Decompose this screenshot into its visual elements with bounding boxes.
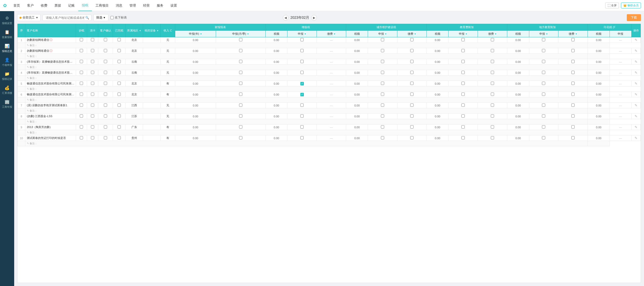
owner-confirm-checkbox[interactable]	[104, 93, 107, 96]
edu-declare-checkbox[interactable]	[461, 71, 465, 74]
edu-declare-checkbox[interactable]	[461, 49, 465, 52]
employee-filter[interactable]: 全部员工 ▼	[17, 14, 41, 21]
edu-declare-checkbox[interactable]	[461, 38, 465, 41]
declared-checkbox[interactable]	[118, 93, 121, 96]
edu-declare-checkbox[interactable]	[461, 125, 465, 129]
edu-pay-checkbox[interactable]	[491, 125, 494, 129]
nav-management[interactable]: 管理	[126, 0, 140, 11]
tax-copy-checkbox[interactable]	[80, 93, 83, 96]
local-declare-checkbox[interactable]	[542, 49, 545, 52]
edit-icon[interactable]: ✎	[635, 93, 637, 96]
edu-pay-checkbox[interactable]	[491, 71, 494, 74]
clear-card-checkbox[interactable]	[91, 136, 94, 139]
local-declare-checkbox[interactable]	[542, 103, 545, 107]
edu-declare-checkbox[interactable]	[461, 60, 465, 63]
vat-checkbox[interactable]	[300, 71, 304, 74]
remark-edit-icon[interactable]: ✎	[27, 66, 29, 68]
edit-icon[interactable]: ✎	[635, 38, 637, 42]
edit-icon[interactable]: ✎	[635, 125, 637, 129]
urban-declare-checkbox[interactable]	[381, 49, 384, 52]
urban-pay-checkbox[interactable]	[410, 136, 414, 139]
local-pay-checkbox[interactable]	[571, 103, 575, 107]
vat-checkbox[interactable]	[300, 114, 304, 118]
download-button[interactable]: 下载	[627, 14, 641, 21]
local-pay-checkbox[interactable]	[571, 93, 575, 96]
remark-edit-icon[interactable]: ✎	[27, 131, 29, 134]
owner-confirm-checkbox[interactable]	[104, 60, 107, 63]
edu-pay-checkbox[interactable]	[491, 60, 494, 63]
nav-operations[interactable]: 经营	[140, 0, 153, 11]
search-input[interactable]	[45, 15, 85, 21]
sidebar-item-tax-settings[interactable]: ⚙ 报税设置	[0, 13, 14, 27]
local-declare-checkbox[interactable]	[542, 71, 545, 74]
next-month-button[interactable]: ▶	[311, 15, 317, 21]
edu-pay-checkbox[interactable]	[491, 114, 494, 118]
urban-pay-checkbox[interactable]	[410, 60, 414, 63]
nav-clients[interactable]: 客户	[24, 0, 37, 11]
tax-copy-checkbox[interactable]	[80, 103, 83, 107]
nav-tax[interactable]: 报税	[78, 0, 92, 11]
remark-edit-icon[interactable]: ✎	[27, 87, 29, 90]
remark-edit-icon[interactable]: ✎	[27, 98, 29, 101]
vat-checkbox[interactable]	[300, 38, 304, 41]
fin-year-checkbox[interactable]	[239, 71, 242, 74]
local-pay-checkbox[interactable]	[571, 136, 575, 139]
vat-checkbox[interactable]	[300, 103, 304, 107]
declared-checkbox[interactable]	[118, 71, 121, 74]
clear-card-checkbox[interactable]	[91, 103, 94, 107]
nav-service[interactable]: 服务	[153, 0, 167, 11]
owner-confirm-checkbox[interactable]	[104, 38, 107, 41]
urban-declare-checkbox[interactable]	[381, 71, 384, 74]
local-pay-checkbox[interactable]	[571, 60, 575, 63]
prev-month-button[interactable]: ◀	[283, 15, 288, 21]
urban-declare-checkbox[interactable]	[381, 125, 384, 129]
owner-confirm-checkbox[interactable]	[104, 125, 107, 129]
fin-year-checkbox[interactable]	[239, 93, 242, 96]
clear-card-checkbox[interactable]	[91, 49, 94, 52]
local-declare-checkbox[interactable]	[542, 114, 545, 118]
sidebar-item-batch-tax[interactable]: 📋 批量报税	[0, 27, 14, 41]
edu-declare-checkbox[interactable]	[461, 82, 465, 85]
fin-year-checkbox[interactable]	[239, 103, 242, 107]
nav-home[interactable]: 首页	[10, 0, 24, 11]
tax-copy-checkbox[interactable]	[80, 125, 83, 129]
remark-edit-icon[interactable]: ✎	[27, 44, 29, 47]
urban-pay-checkbox[interactable]	[410, 82, 414, 85]
local-pay-checkbox[interactable]	[571, 82, 575, 85]
local-pay-checkbox[interactable]	[571, 114, 575, 118]
nav-settings[interactable]: 设置	[167, 0, 181, 11]
local-declare-checkbox[interactable]	[542, 93, 545, 96]
owner-confirm-checkbox[interactable]	[104, 82, 107, 85]
declared-checkbox[interactable]	[118, 114, 121, 118]
declared-checkbox[interactable]	[118, 82, 121, 85]
edu-declare-checkbox[interactable]	[461, 114, 465, 118]
local-pay-checkbox[interactable]	[571, 125, 575, 129]
local-pay-checkbox[interactable]	[571, 71, 575, 74]
sidebar-item-personal-tax[interactable]: 👤 个税申报	[0, 55, 14, 69]
edit-icon[interactable]: ✎	[635, 136, 637, 140]
named-list-checkbox[interactable]	[110, 16, 114, 19]
tax-copy-checkbox[interactable]	[80, 60, 83, 63]
edit-icon[interactable]: ✎	[635, 103, 637, 107]
tax-copy-checkbox[interactable]	[80, 49, 83, 52]
clear-card-checkbox[interactable]	[91, 93, 94, 96]
edit-icon[interactable]: ✎	[635, 49, 637, 53]
sidebar-item-tax-records[interactable]: 📁 报税记录	[0, 69, 14, 83]
vat-checkbox[interactable]	[300, 49, 304, 52]
declared-checkbox[interactable]	[118, 103, 121, 107]
urban-pay-checkbox[interactable]	[410, 49, 414, 52]
owner-confirm-checkbox[interactable]	[104, 71, 107, 74]
local-declare-checkbox[interactable]	[542, 125, 545, 129]
edit-icon[interactable]: ✎	[635, 114, 637, 118]
remark-edit-icon[interactable]: ✎	[27, 55, 29, 58]
nav-bookkeeping[interactable]: 记账	[65, 0, 78, 11]
named-list-button[interactable]: 名下标表	[110, 15, 127, 20]
declared-checkbox[interactable]	[118, 125, 121, 129]
edu-declare-checkbox[interactable]	[461, 93, 465, 96]
urban-declare-checkbox[interactable]	[381, 93, 384, 96]
local-declare-checkbox[interactable]	[542, 38, 545, 41]
tax-copy-checkbox[interactable]	[80, 114, 83, 118]
urban-declare-checkbox[interactable]	[381, 82, 384, 85]
fin-year-checkbox[interactable]	[239, 82, 242, 85]
declared-checkbox[interactable]	[118, 49, 121, 52]
